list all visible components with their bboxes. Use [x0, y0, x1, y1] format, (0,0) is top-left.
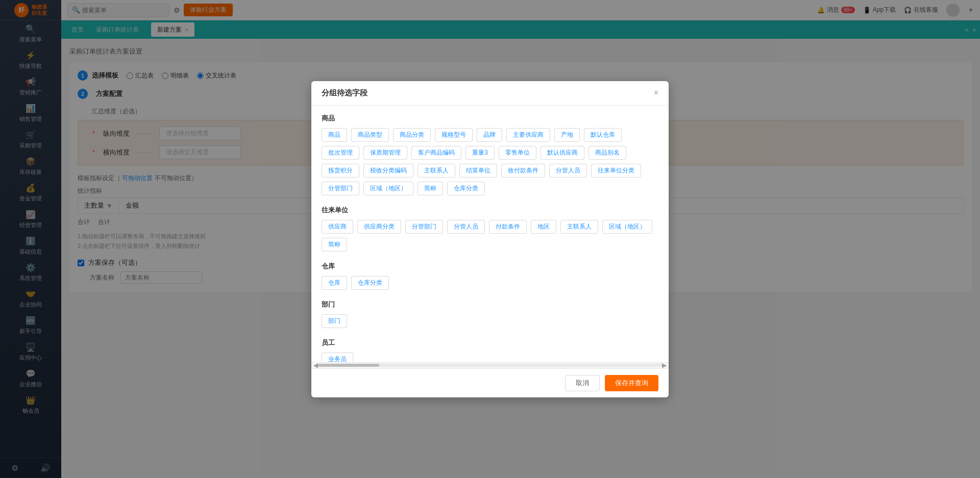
field-section-商品: 商品商品商品类型商品分类规格型号品牌主要供应商产地默认仓库批次管理保质期管理客户… [322, 114, 658, 195]
field-tag[interactable]: 保质期管理 [363, 146, 407, 160]
field-tag[interactable]: 拣货积分 [322, 164, 359, 178]
field-tag[interactable]: 供应商 [322, 220, 353, 234]
field-tag[interactable]: 商品分类 [393, 128, 431, 142]
field-tag[interactable]: 简称 [418, 182, 443, 195]
field-tag[interactable]: 付款条件 [489, 220, 527, 234]
field-tag[interactable]: 税收分类编码 [363, 164, 413, 178]
dialog-overlay: 分组待选字段 × 商品商品商品类型商品分类规格型号品牌主要供应商产地默认仓库批次… [0, 0, 980, 478]
dialog-header: 分组待选字段 × [311, 81, 669, 106]
field-tag[interactable]: 往来单位分类 [591, 164, 641, 178]
field-tag[interactable]: 区域（地区） [363, 182, 413, 195]
field-tag[interactable]: 仓库 [322, 276, 347, 290]
section-label: 部门 [322, 300, 658, 309]
field-tag[interactable]: 区域（地区） [602, 220, 652, 234]
dialog-scrollbar: ◀ ▶ [311, 362, 669, 368]
dialog-close-button[interactable]: × [654, 88, 658, 97]
field-tag[interactable]: 主联系人 [560, 220, 598, 234]
field-section-员工: 员工业务员 [322, 338, 658, 362]
field-tag[interactable]: 规格型号 [435, 128, 473, 142]
field-grid: 商品商品类型商品分类规格型号品牌主要供应商产地默认仓库批次管理保质期管理客户商品… [322, 128, 658, 195]
cancel-button[interactable]: 取消 [565, 375, 600, 391]
field-tag[interactable]: 仓库分类 [447, 182, 485, 195]
dialog-footer: 取消 保存并查询 [311, 368, 669, 397]
field-tag[interactable]: 商品 [322, 128, 347, 142]
field-tag[interactable]: 主联系人 [418, 164, 455, 178]
field-tag[interactable]: 批次管理 [322, 146, 359, 160]
dialog-title: 分组待选字段 [322, 88, 368, 98]
dialog: 分组待选字段 × 商品商品商品类型商品分类规格型号品牌主要供应商产地默认仓库批次… [311, 81, 669, 397]
section-label: 仓库 [322, 262, 658, 271]
field-tag[interactable]: 分管部门 [322, 182, 359, 195]
field-grid: 供应商供应商分类分管部门分管人员付款条件地区主联系人区域（地区）简称 [322, 220, 658, 251]
scroll-track [318, 364, 662, 367]
field-tag[interactable]: 默认供应商 [541, 146, 584, 160]
field-tag[interactable]: 零售单位 [499, 146, 536, 160]
field-tag[interactable]: 品牌 [477, 128, 502, 142]
field-section-部门: 部门部门 [322, 300, 658, 328]
scroll-thumb [318, 364, 379, 367]
field-tag[interactable]: 部门 [322, 314, 347, 328]
field-tag[interactable]: 主要供应商 [506, 128, 550, 142]
field-tag[interactable]: 重量3 [465, 146, 495, 160]
field-tag[interactable]: 供应商分类 [357, 220, 401, 234]
field-section-往来单位: 往来单位供应商供应商分类分管部门分管人员付款条件地区主联系人区域（地区）简称 [322, 206, 658, 251]
field-tag[interactable]: 业务员 [322, 353, 353, 362]
field-tag[interactable]: 分管部门 [405, 220, 443, 234]
field-tag[interactable]: 结算单位 [459, 164, 497, 178]
field-tag[interactable]: 商品类型 [351, 128, 389, 142]
section-label: 商品 [322, 114, 658, 123]
field-tag[interactable]: 产地 [554, 128, 580, 142]
field-tag[interactable]: 收付款条件 [501, 164, 545, 178]
field-section-仓库: 仓库仓库仓库分类 [322, 262, 658, 290]
field-tag[interactable]: 客户商品编码 [411, 146, 461, 160]
field-grid: 部门 [322, 314, 658, 328]
section-label: 员工 [322, 338, 658, 347]
field-grid: 业务员 [322, 353, 658, 362]
field-tag[interactable]: 仓库分类 [351, 276, 389, 290]
field-grid: 仓库仓库分类 [322, 276, 658, 290]
field-tag[interactable]: 分管人员 [549, 164, 587, 178]
field-tag[interactable]: 地区 [531, 220, 556, 234]
field-tag[interactable]: 商品别名 [589, 146, 626, 160]
field-tag[interactable]: 简称 [322, 238, 347, 251]
dialog-body: 商品商品商品类型商品分类规格型号品牌主要供应商产地默认仓库批次管理保质期管理客户… [311, 106, 669, 362]
field-tag[interactable]: 分管人员 [447, 220, 485, 234]
section-label: 往来单位 [322, 206, 658, 215]
field-tag[interactable]: 默认仓库 [584, 128, 622, 142]
confirm-button[interactable]: 保存并查询 [605, 375, 658, 391]
